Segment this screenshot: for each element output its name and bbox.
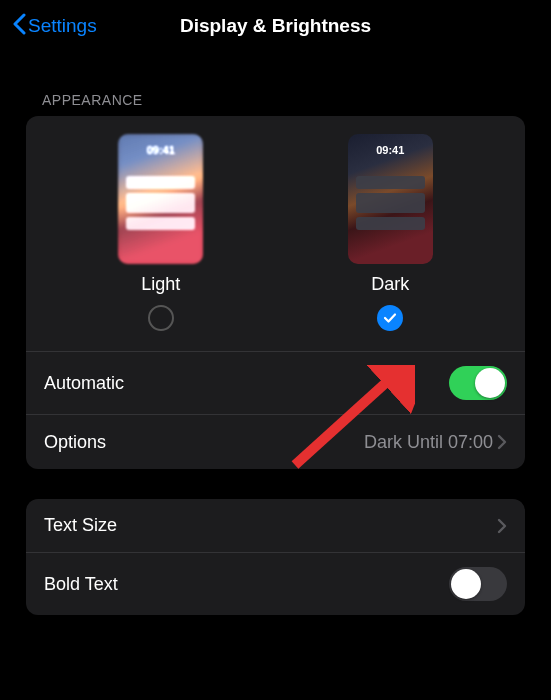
dark-radio-checked-icon: [377, 305, 403, 331]
thumb-time: 09:41: [348, 144, 433, 156]
thumb-time: 09:41: [118, 144, 203, 156]
appearance-group: 09:41 Light 09:41 Dark: [26, 116, 525, 469]
mode-option-dark[interactable]: 09:41 Dark: [348, 134, 433, 331]
chevron-left-icon: [12, 13, 26, 40]
options-value-container: Dark Until 07:00: [364, 432, 507, 453]
automatic-toggle[interactable]: [449, 366, 507, 400]
mode-option-light[interactable]: 09:41 Light: [118, 134, 203, 331]
back-button[interactable]: Settings: [12, 13, 97, 40]
bold-text-toggle[interactable]: [449, 567, 507, 601]
bold-text-label: Bold Text: [44, 574, 118, 595]
back-label: Settings: [28, 15, 97, 37]
section-header-appearance: APPEARANCE: [0, 52, 551, 116]
dark-preview-thumbnail: 09:41: [348, 134, 433, 264]
text-size-label: Text Size: [44, 515, 117, 536]
options-row[interactable]: Options Dark Until 07:00: [26, 415, 525, 469]
toggle-knob-icon: [451, 569, 481, 599]
toggle-knob-icon: [475, 368, 505, 398]
light-preview-thumbnail: 09:41: [118, 134, 203, 264]
options-value: Dark Until 07:00: [364, 432, 493, 453]
appearance-row: 09:41 Light 09:41 Dark: [26, 116, 525, 352]
nav-bar: Settings Display & Brightness: [0, 0, 551, 52]
chevron-right-icon: [497, 518, 507, 534]
light-label: Light: [141, 274, 180, 295]
dark-label: Dark: [371, 274, 409, 295]
text-size-row[interactable]: Text Size: [26, 499, 525, 553]
page-title: Display & Brightness: [180, 15, 371, 37]
automatic-label: Automatic: [44, 373, 124, 394]
bold-text-row: Bold Text: [26, 553, 525, 615]
chevron-right-icon: [497, 434, 507, 450]
text-group: Text Size Bold Text: [26, 499, 525, 615]
light-radio-unchecked-icon: [148, 305, 174, 331]
automatic-row: Automatic: [26, 352, 525, 415]
options-label: Options: [44, 432, 106, 453]
